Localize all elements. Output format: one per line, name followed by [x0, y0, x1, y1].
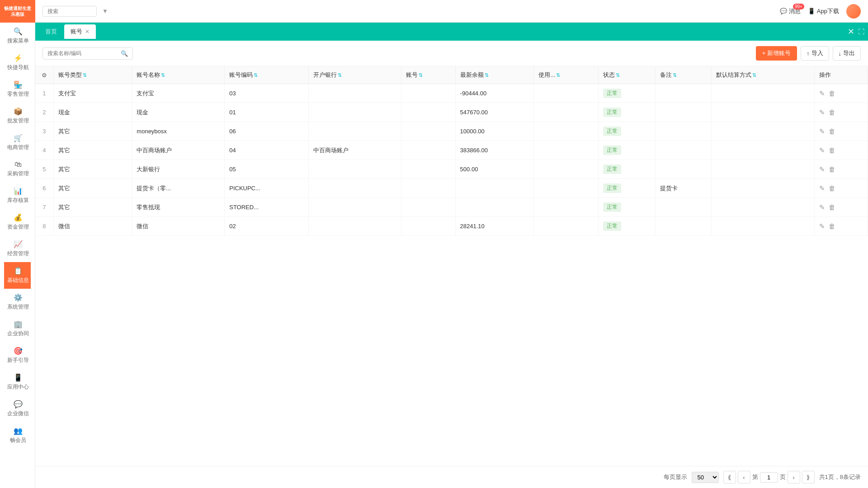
row-status: 正常 [598, 217, 655, 236]
import-label: 导入 [811, 49, 823, 57]
edit-icon[interactable]: ✎ [819, 127, 825, 136]
tab-bar-close-icon[interactable]: ✕ [848, 27, 854, 37]
tab-home-label: 首页 [45, 28, 57, 36]
row-balance: 383866.00 [455, 141, 534, 160]
add-account-button[interactable]: + 新增账号 [756, 46, 797, 61]
message-button[interactable]: 💬 消息 99+ [780, 7, 801, 15]
tab-account-label: 账号 [71, 28, 82, 36]
sidebar-item-wholesale[interactable]: 📦批发管理 [4, 103, 31, 129]
delete-icon[interactable]: 🗑 [829, 222, 835, 230]
status-badge: 正常 [603, 89, 621, 98]
sidebar-item-ecommerce[interactable]: 🛒电商管理 [4, 129, 31, 156]
delete-icon[interactable]: 🗑 [829, 127, 835, 135]
delete-icon[interactable]: 🗑 [829, 146, 835, 154]
edit-icon[interactable]: ✎ [819, 184, 825, 192]
settings-icon[interactable]: ⚙ [42, 72, 47, 79]
topbar-search-input[interactable] [42, 6, 97, 17]
col-bank[interactable]: 开户银行⇅ [308, 66, 401, 84]
delete-icon[interactable]: 🗑 [829, 89, 835, 97]
sidebar-item-retail[interactable]: 🏪零售管理 [4, 76, 31, 103]
page-size-select[interactable]: 50 20 100 [692, 472, 719, 483]
row-bank [308, 217, 401, 236]
row-status: 正常 [598, 198, 655, 217]
appcenter-icon: 📱 [7, 373, 29, 382]
delete-icon[interactable]: 🗑 [829, 165, 835, 173]
sidebar-item-finance[interactable]: 💰资金管理 [4, 209, 31, 235]
row-no: 1 [35, 84, 53, 103]
last-page-button[interactable]: ⟫ [802, 471, 815, 483]
status-badge: 正常 [603, 183, 621, 193]
sidebar-item-newguide[interactable]: 🎯新手引导 [4, 342, 31, 369]
tab-bar: 首页 账号 ✕ ✕ ⛶ [35, 23, 868, 41]
row-no: 7 [35, 198, 53, 217]
row-balance: 28241.10 [455, 217, 534, 236]
page-label: 第 [752, 473, 758, 481]
row-usage [534, 122, 598, 141]
search-input[interactable] [47, 50, 118, 56]
col-account[interactable]: 账号⇅ [401, 66, 455, 84]
row-code: 03 [225, 84, 308, 103]
row-code: 05 [225, 160, 308, 179]
row-remark [656, 141, 712, 160]
col-settings[interactable]: ⚙ [35, 66, 53, 84]
col-remark[interactable]: 备注⇅ [656, 66, 712, 84]
sidebar-item-bizwechat[interactable]: 💬企业微信 [4, 395, 31, 422]
sidebar-item-purchase[interactable]: 🛍采购管理 [4, 156, 31, 182]
search-box[interactable]: 🔍 [42, 47, 133, 60]
col-code[interactable]: 账号编码⇅ [225, 66, 308, 84]
sidebar-item-member[interactable]: 👥畅会员 [4, 422, 31, 449]
edit-icon[interactable]: ✎ [819, 222, 825, 230]
edit-icon[interactable]: ✎ [819, 89, 825, 98]
sidebar-item-system[interactable]: ⚙️系统管理 [4, 289, 31, 315]
sidebar-item-quicknav[interactable]: ⚡快捷导航 [4, 49, 31, 76]
sidebar-item-enterprise[interactable]: 🏢企业协同 [4, 315, 31, 342]
tab-account[interactable]: 账号 ✕ [64, 24, 96, 39]
row-name: 零售抵现 [132, 198, 225, 217]
edit-icon[interactable]: ✎ [819, 203, 825, 211]
sidebar-item-inventory[interactable]: 📊库存核算 [4, 182, 31, 209]
sidebar-item-basic[interactable]: 📋基础信息 [4, 262, 31, 289]
row-balance: 547670.00 [455, 103, 534, 122]
sidebar-item-operation[interactable]: 📈经营管理 [4, 235, 31, 262]
topbar-dropdown-icon[interactable]: ▼ [102, 8, 108, 14]
user-avatar[interactable] [846, 4, 861, 19]
row-usage [534, 160, 598, 179]
first-page-button[interactable]: ⟪ [723, 471, 736, 483]
col-status[interactable]: 状态⇅ [598, 66, 655, 84]
message-icon: 💬 [780, 8, 787, 14]
row-type: 支付宝 [53, 84, 132, 103]
export-button[interactable]: ↓ 导出 [833, 46, 861, 61]
row-remark [656, 103, 712, 122]
row-name: 中百商场账户 [132, 141, 225, 160]
row-type: 其它 [53, 179, 132, 198]
col-name[interactable]: 账号名称⇅ [132, 66, 225, 84]
sidebar-item-search[interactable]: 🔍搜索菜单 [4, 23, 31, 49]
row-name: 大新银行 [132, 160, 225, 179]
delete-icon[interactable]: 🗑 [829, 203, 835, 211]
tab-bar-expand-icon[interactable]: ⛶ [858, 28, 864, 35]
prev-page-button[interactable]: ‹ [738, 471, 750, 483]
edit-icon[interactable]: ✎ [819, 165, 825, 174]
edit-icon[interactable]: ✎ [819, 108, 825, 117]
import-button[interactable]: ↑ 导入 [801, 46, 829, 61]
row-type: 其它 [53, 198, 132, 217]
col-type[interactable]: 账号类型⇅ [53, 66, 132, 84]
tab-home[interactable]: 首页 [39, 24, 63, 39]
next-page-button[interactable]: › [788, 471, 800, 483]
search-icon[interactable]: 🔍 [121, 50, 128, 57]
row-account [401, 179, 455, 198]
delete-icon[interactable]: 🗑 [829, 184, 835, 192]
row-name: 支付宝 [132, 84, 225, 103]
tab-account-close[interactable]: ✕ [85, 28, 90, 35]
col-usage[interactable]: 使用...⇅ [534, 66, 598, 84]
app-download-button[interactable]: 📱 App下载 [808, 7, 839, 15]
sidebar-item-appcenter[interactable]: 📱应用中心 [4, 369, 31, 395]
page-number-input[interactable] [760, 472, 778, 483]
col-default-payment[interactable]: 默认结算方式⇅ [712, 66, 815, 84]
row-bank [308, 160, 401, 179]
delete-icon[interactable]: 🗑 [829, 108, 835, 116]
row-account [401, 84, 455, 103]
edit-icon[interactable]: ✎ [819, 146, 825, 155]
col-balance[interactable]: 最新余额⇅ [455, 66, 534, 84]
table-row: 8 微信 微信 02 28241.10 正常 ✎ 🗑 [35, 217, 868, 236]
